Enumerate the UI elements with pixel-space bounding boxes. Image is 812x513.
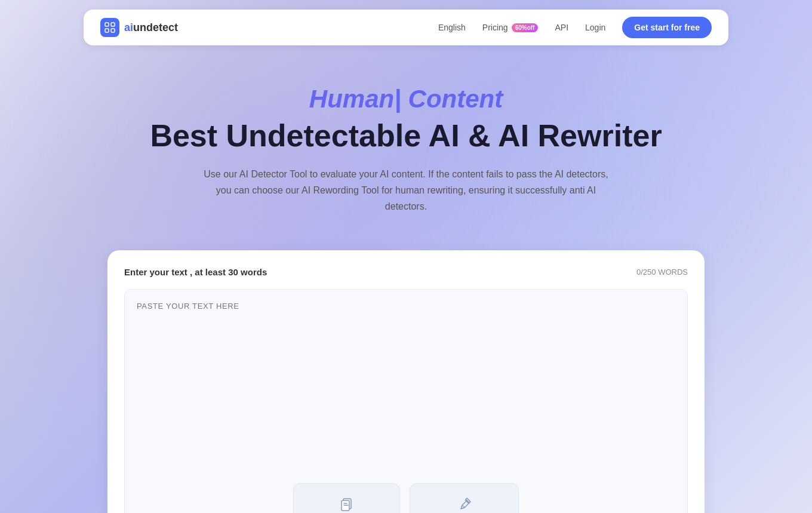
paste-icon [339,496,355,513]
tool-header: Enter your text , at least 30 words 0/25… [124,267,688,277]
hero-subtitle: Human| Content [12,85,800,113]
nav-api[interactable]: API [555,23,568,32]
tool-input-label: Enter your text , at least 30 words [124,267,267,277]
svg-rect-0 [105,23,109,26]
navbar: aiundetect English Pricing 60%off API Lo… [84,10,728,45]
logo[interactable]: aiundetect [100,18,178,37]
nav-pricing[interactable]: Pricing 60%off [482,23,539,32]
svg-rect-1 [111,23,115,26]
textarea-actions: Paste Your Text Try Sample Text [137,483,675,513]
textarea-wrapper[interactable]: Paste Your Text Try Sample Text [124,289,688,513]
sample-icon [456,496,473,513]
pricing-badge: 60%off [512,23,539,32]
hero-title: Best Undetectable AI & AI Rewriter [12,118,800,154]
paste-text-button[interactable]: Paste Your Text [293,483,400,513]
word-count: 0/250 WORDS [636,268,688,277]
try-sample-button[interactable]: Try Sample Text [410,483,518,513]
text-input[interactable] [137,302,675,457]
nav-login[interactable]: Login [585,23,605,32]
nav-english[interactable]: English [438,23,466,32]
nav-links: English Pricing 60%off API Login Get sta… [438,17,712,38]
logo-text: aiundetect [124,21,178,34]
pricing-label: Pricing [482,23,508,32]
tool-card: Enter your text , at least 30 words 0/25… [107,250,705,513]
hero-description: Use our AI Detector Tool to evaluate you… [203,166,609,215]
svg-rect-3 [111,29,115,32]
get-started-button[interactable]: Get start for free [622,17,712,38]
svg-rect-2 [105,29,109,32]
hero-section: Human| Content Best Undetectable AI & AI… [0,55,812,232]
logo-icon [100,18,119,37]
